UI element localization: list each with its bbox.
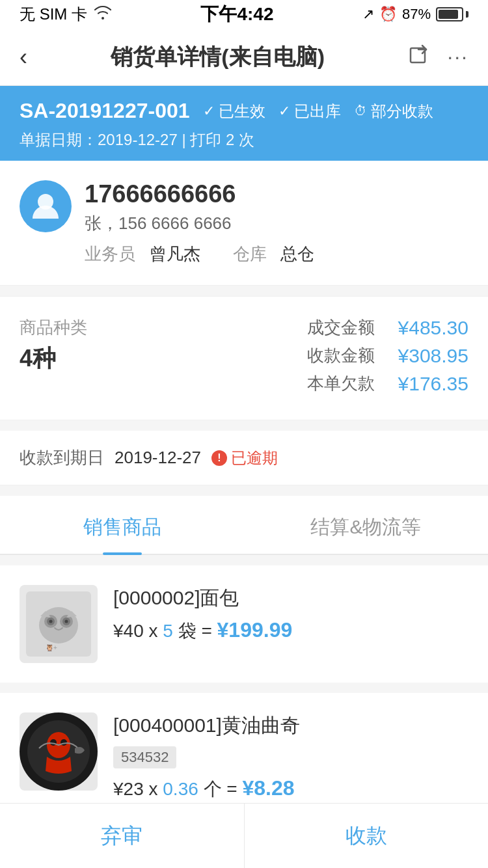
badge-partial-payment: ⏱ 部分收款 (354, 101, 433, 122)
page-title: 销货单详情(来自电脑) (111, 42, 325, 72)
received-amount-label: 收款金额 (307, 344, 375, 367)
svg-text:🦉+: 🦉+ (46, 644, 57, 652)
deal-amount-line: 成交金额 ¥485.30 (307, 316, 468, 339)
product-image-2 (20, 712, 98, 791)
status-right: ↗ ⏰ 87% (362, 6, 468, 23)
more-button[interactable]: ··· (447, 45, 468, 69)
avatar (20, 180, 72, 232)
stats-section: 商品种类 4种 成交金额 ¥485.30 收款金额 ¥308.95 本单欠款 ¥… (0, 296, 488, 420)
badge-shipped: ✓ 已出库 (278, 101, 341, 122)
product-tag-2: 534532 (113, 746, 176, 768)
due-amount-value: ¥176.35 (390, 373, 468, 395)
alarm-icon: ⏰ (379, 6, 397, 23)
due-amount-label: 本单欠款 (307, 372, 375, 395)
product-thumb-2 (20, 712, 98, 791)
badge-effective: ✓ 已生效 (203, 101, 265, 122)
warehouse-value: 总仓 (280, 244, 314, 264)
back-button[interactable]: ‹ (20, 44, 27, 71)
product-price-2: ¥23 x 0.36 个 = ¥8.28 (113, 776, 468, 802)
battery-icon (436, 7, 468, 21)
product-name-1: [0000002]面包 (113, 585, 468, 612)
product-qty-2: 0.36 (163, 779, 198, 799)
wifi-icon (94, 5, 112, 23)
svg-rect-0 (411, 48, 425, 62)
bottom-bar: 弃审 收款 (0, 803, 488, 868)
svg-point-10 (65, 620, 68, 623)
product-types-field: 商品种类 4种 (20, 316, 87, 375)
product-image-placeholder-1: 🦉+ (26, 591, 91, 657)
product-thumb-1: 🦉+ (20, 585, 98, 663)
product-total-1: ¥199.99 (217, 618, 293, 642)
battery-percentage: 87% (402, 6, 431, 23)
overdue-badge: ! 已逾期 (211, 448, 278, 468)
status-left: 无 SIM 卡 (20, 4, 112, 25)
abandon-review-button[interactable]: 弃审 (0, 804, 245, 868)
overdue-text: 已逾期 (231, 448, 278, 468)
tabs-section: 销售商品 结算&物流等 (0, 496, 488, 555)
product-info-2: [000400001]黄油曲奇 534532 ¥23 x 0.36 个 = ¥8… (113, 712, 468, 802)
check-icon-2: ✓ (278, 103, 290, 120)
received-amount-line: 收款金额 ¥308.95 (307, 344, 468, 367)
header-banner-top: SA-20191227-001 ✓ 已生效 ✓ 已出库 ⏱ 部分收款 (20, 99, 468, 123)
product-item-2: [000400001]黄油曲奇 534532 ¥23 x 0.36 个 = ¥8… (0, 693, 488, 821)
clock-icon: ⏱ (354, 103, 367, 118)
svg-point-9 (49, 620, 53, 623)
avatar-icon (29, 190, 62, 223)
share-button[interactable] (408, 43, 431, 72)
customer-id: 17666666666 (85, 180, 468, 208)
product-types-value: 4种 (20, 343, 87, 375)
deal-amount-label: 成交金额 (307, 316, 375, 339)
overdue-icon: ! (211, 450, 227, 466)
product-name-2: [000400001]黄油曲奇 (113, 712, 468, 739)
received-amount-value: ¥308.95 (390, 345, 468, 367)
order-date-info: 单据日期：2019-12-27 | 打印 2 次 (20, 129, 468, 150)
product-types-label: 商品种类 (20, 316, 87, 339)
order-id: SA-20191227-001 (20, 99, 190, 123)
customer-phone: 张，156 6666 6666 (85, 212, 468, 235)
amounts-field: 成交金额 ¥485.30 收款金额 ¥308.95 本单欠款 ¥176.35 (307, 316, 468, 400)
status-bar: 无 SIM 卡 下午4:42 ↗ ⏰ 87% (0, 0, 488, 29)
product-total-2: ¥8.28 (242, 776, 294, 800)
due-date: 2019-12-27 (115, 448, 201, 468)
nav-actions: ··· (408, 43, 468, 72)
due-label: 收款到期日 (20, 446, 104, 469)
product-info-1: [0000002]面包 ¥40 x 5 袋 = ¥199.99 (113, 585, 468, 644)
check-icon: ✓ (203, 103, 215, 120)
tab-products[interactable]: 销售商品 (0, 496, 244, 554)
product-price-1: ¥40 x 5 袋 = ¥199.99 (113, 618, 468, 644)
customer-section: 17666666666 张，156 6666 6666 业务员 曾凡杰 仓库 总… (0, 161, 488, 286)
tab-settlement[interactable]: 结算&物流等 (244, 496, 488, 554)
sim-status: 无 SIM 卡 (20, 4, 87, 25)
sales-person-value: 曾凡杰 (150, 244, 200, 264)
sales-person-field: 业务员 曾凡杰 (85, 243, 200, 265)
customer-info: 17666666666 张，156 6666 6666 业务员 曾凡杰 仓库 总… (85, 180, 468, 265)
warehouse-label: 仓库 (233, 244, 267, 264)
due-amount-line: 本单欠款 ¥176.35 (307, 372, 468, 395)
stats-row: 商品种类 4种 成交金额 ¥485.30 收款金额 ¥308.95 本单欠款 ¥… (20, 316, 468, 400)
collect-payment-button[interactable]: 收款 (245, 804, 489, 868)
sales-label: 业务员 (85, 244, 135, 264)
nav-bar: ‹ 销货单详情(来自电脑) ··· (0, 29, 488, 86)
warehouse-field: 仓库 总仓 (233, 243, 315, 265)
status-time: 下午4:42 (200, 2, 273, 27)
deal-amount-value: ¥485.30 (390, 317, 468, 339)
customer-meta: 业务员 曾凡杰 仓库 总仓 (85, 243, 468, 265)
header-banner: SA-20191227-001 ✓ 已生效 ✓ 已出库 ⏱ 部分收款 单据日期：… (0, 86, 488, 161)
product-qty-1: 5 (163, 621, 173, 641)
product-item-1: 🦉+ [0000002]面包 ¥40 x 5 袋 = ¥199.99 (0, 565, 488, 683)
location-icon: ↗ (362, 6, 374, 23)
due-section: 收款到期日 2019-12-27 ! 已逾期 (0, 431, 488, 485)
